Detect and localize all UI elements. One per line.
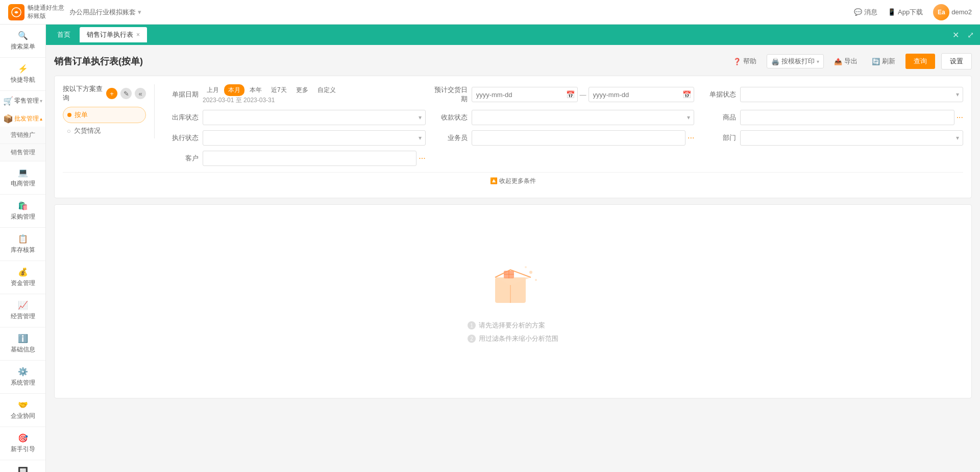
tab-active-sales-order[interactable]: 销售订单执行表 × (80, 27, 147, 42)
filter-row-4: 客户 ··· (163, 151, 963, 166)
filter-panel: 按以下方案查询 + ✎ « (54, 76, 972, 198)
payment-label: 收款状态 (432, 113, 468, 122)
expected-date-end-input[interactable] (589, 87, 695, 102)
step2-number: 2 (468, 335, 476, 343)
scheme-item-active[interactable]: 按单 (63, 107, 146, 123)
edit-scheme-button[interactable]: ✎ (120, 88, 132, 99)
filter-field-expected-date: 预计交货日期 📅 — (432, 85, 695, 104)
date-tab-more[interactable]: 更多 (292, 84, 312, 96)
message-button[interactable]: 💬 消息 (854, 8, 877, 17)
date-tab-7days[interactable]: 近7天 (267, 84, 291, 96)
filter-row-2: 出库状态 收款状态 (163, 110, 963, 125)
add-scheme-button[interactable]: + (106, 88, 117, 99)
customer-input[interactable] (203, 151, 416, 166)
tab-bar-right: ✕ ⤢ (950, 28, 976, 42)
sidebar-item-quicknav[interactable]: ⚡ 快捷导航 (0, 58, 45, 91)
sidebar-item-basicinfo[interactable]: ℹ️ 基础信息 (0, 327, 45, 361)
product-input-area: ··· (740, 110, 963, 125)
collapse-scheme-button[interactable]: « (135, 88, 146, 99)
doc-status-select-wrap (740, 87, 963, 102)
sidebar-item-finance[interactable]: 💰 资金管理 (0, 261, 45, 294)
query-button[interactable]: 查询 (905, 54, 935, 69)
product-picker-icon[interactable]: ··· (957, 113, 963, 122)
download-icon: 📱 (888, 8, 896, 16)
quicknav-icon: ⚡ (18, 64, 28, 74)
date-tab-last-month[interactable]: 上月 (203, 84, 223, 96)
dept-select[interactable] (740, 130, 963, 146)
scheme-active-dot (67, 113, 71, 117)
export-icon: 📤 (834, 58, 842, 65)
help-button[interactable]: ❓ 帮助 (729, 55, 761, 68)
window-expand-button[interactable]: ⤢ (965, 28, 976, 42)
print-button[interactable]: 🖨️ 按模板打印 ▾ (767, 54, 824, 68)
date-tab-this-year[interactable]: 本年 (246, 84, 266, 96)
scheme-sub-item[interactable]: ○ 欠货情况 (63, 123, 146, 138)
salesperson-picker-icon[interactable]: ··· (688, 133, 694, 143)
user-profile[interactable]: Ea demo2 (933, 4, 972, 20)
doc-status-select[interactable] (740, 87, 963, 102)
sidebar-item-search[interactable]: 🔍 搜索菜单 (0, 25, 45, 58)
expected-date-end-wrap: 📅 (589, 87, 695, 102)
date-tab-this-month[interactable]: 本月 (224, 84, 244, 96)
system-icon: ⚙️ (18, 367, 28, 376)
sidebar-item-purchase[interactable]: 🛍️ 采购管理 (0, 195, 45, 228)
filter-scheme-icons: + ✎ « (106, 88, 146, 99)
tab-home[interactable]: 首页 (50, 27, 78, 42)
tab-close-icon[interactable]: × (136, 32, 140, 38)
inventory-icon: 📋 (18, 234, 28, 244)
date-tab-custom[interactable]: 自定义 (313, 84, 340, 96)
sidebar-sub-marketing[interactable]: 营销推广 (0, 127, 45, 144)
breadcrumb[interactable]: 办公用品行业模拟账套 ▾ (69, 8, 141, 17)
expected-date-range: 📅 — 📅 (472, 87, 695, 102)
app-download-button[interactable]: 📱 App下载 (888, 8, 923, 17)
refresh-button[interactable]: 🔄 刷新 (868, 55, 899, 68)
product-input[interactable] (740, 110, 954, 125)
content-area: 首页 销售订单执行表 × ✕ ⤢ 销售订单执行表(按单) ❓ 帮助 (46, 25, 980, 472)
expected-date-start-input[interactable] (472, 87, 578, 102)
filter-field-customer: 客户 ··· (163, 151, 426, 166)
expected-date-start-wrap: 📅 (472, 87, 578, 102)
sidebar-item-system[interactable]: ⚙️ 系统管理 (0, 361, 45, 394)
salesperson-input[interactable] (472, 130, 685, 146)
step1-number: 1 (468, 321, 476, 329)
sidebar-item-inventory[interactable]: 📋 库存核算 (0, 228, 45, 261)
search-icon: 🔍 (18, 31, 28, 40)
sidebar-sub-sales[interactable]: 销售管理 (0, 144, 45, 161)
print-icon: 🖨️ (771, 58, 779, 65)
sidebar-item-collab[interactable]: 🤝 企业协同 (0, 394, 45, 427)
results-panel: 1 请先选择要分析的方案 2 用过滤条件来缩小分析范围 (54, 204, 972, 398)
date-tabs: 上月 本月 本年 近7天 更多 自定义 (203, 84, 426, 96)
purchase-icon: 🛍️ (18, 201, 28, 210)
empty-state: 1 请先选择要分析的方案 2 用过滤条件来缩小分析范围 (457, 219, 569, 384)
newuser-icon: 🎯 (18, 433, 28, 443)
filter-scheme-panel: 按以下方案查询 + ✎ « (63, 84, 155, 138)
payment-select[interactable] (472, 110, 695, 125)
sidebar-item-appcenter[interactable]: 🔲 应用中心 (0, 460, 45, 472)
settings-button[interactable]: 设置 (941, 53, 972, 69)
exec-status-select[interactable] (203, 130, 426, 146)
date-range-label: 2023-03-01 至 2023-03-31 (203, 96, 426, 105)
date-separator: — (580, 91, 586, 99)
date-filter-area: 上月 本月 本年 近7天 更多 自定义 2023-03-01 至 2023-03… (203, 84, 426, 105)
date-end-calendar-icon[interactable]: 📅 (682, 90, 691, 99)
logo-text: 畅捷通好生意 标账版 (28, 4, 64, 20)
filter-rows: 单据日期 上月 本月 本年 近7天 更多 自定义 (163, 84, 963, 166)
sidebar-item-retail[interactable]: 🛒 零售管理 ▾ (0, 91, 45, 109)
doc-status-label: 单据状态 (700, 90, 736, 99)
export-button[interactable]: 📤 导出 (830, 55, 862, 68)
operations-icon: 📈 (18, 300, 28, 310)
retail-icon: 🛒 (3, 96, 13, 106)
date-start-calendar-icon[interactable]: 📅 (566, 90, 575, 99)
filter-field-dept: 部门 (700, 130, 963, 146)
help-icon: ❓ (733, 58, 741, 65)
refresh-icon: 🔄 (872, 58, 880, 65)
sidebar-item-operations[interactable]: 📈 经营管理 (0, 294, 45, 327)
sidebar-item-newuser[interactable]: 🎯 新手引导 (0, 427, 45, 460)
collapse-more-button[interactable]: 🔼 收起更多条件 (63, 172, 963, 190)
sidebar-item-ecommerce[interactable]: 💻 电商管理 (0, 161, 45, 195)
filter-field-exec-status: 执行状态 (163, 130, 426, 146)
window-close-button[interactable]: ✕ (950, 28, 961, 42)
customer-picker-icon[interactable]: ··· (419, 154, 425, 163)
sidebar-item-wholesale[interactable]: 📦 批发管理 ▴ (0, 109, 45, 127)
delivery-select[interactable] (203, 110, 426, 125)
